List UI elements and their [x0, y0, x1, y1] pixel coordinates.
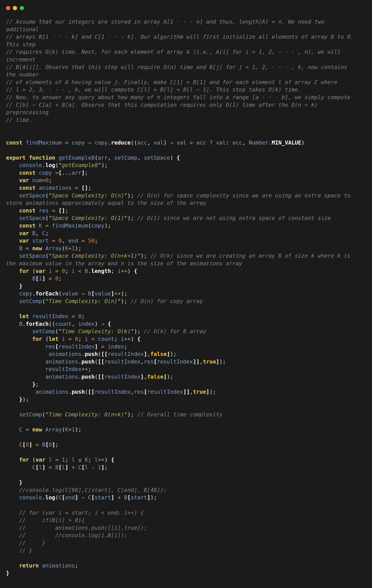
- code-token: [[: [88, 388, 95, 395]
- code-token: preprocessing: [6, 109, 49, 116]
- code-token: res: [39, 207, 49, 214]
- code-token: [6, 358, 45, 365]
- code-token: B: [19, 245, 22, 252]
- code-token: length: [91, 268, 111, 274]
- code-token: (: [42, 298, 45, 304]
- code-token: ": [137, 252, 140, 259]
- code-token: (: [58, 290, 62, 297]
- code-token: [6, 374, 45, 380]
- code-token: push: [72, 388, 85, 395]
- code-token: C: [19, 426, 22, 433]
- code-token: []: [58, 207, 65, 214]
- code-line: // requires O(k) time. Next, for each el…: [6, 48, 369, 56]
- code-token: ++: [81, 366, 88, 372]
- code-token: [55, 207, 58, 214]
- code-line: B.forEach((count, index) ⇒ {: [6, 320, 369, 328]
- window-controls: [6, 6, 24, 10]
- code-token: [85, 139, 88, 146]
- code-token: setSpace: [144, 155, 170, 161]
- code-line: animations.push([[resultIndex,res[result…: [6, 358, 369, 366]
- code-token: ;: [49, 177, 52, 183]
- code-token: K: [39, 222, 42, 229]
- code-token: animations: [45, 358, 78, 365]
- code-token: [75, 268, 78, 274]
- code-token: ]: [111, 290, 114, 297]
- code-token: [6, 366, 45, 372]
- code-token: (: [88, 222, 91, 229]
- code-token: ;: [78, 336, 85, 342]
- code-token: .: [78, 358, 81, 365]
- code-token: reduce: [111, 139, 131, 146]
- code-token: (: [95, 155, 98, 161]
- code-token: [: [55, 343, 58, 350]
- code-token: export: [6, 155, 26, 161]
- code-token: (: [85, 388, 88, 395]
- code-token: );: [75, 426, 81, 433]
- code-token: [6, 162, 19, 168]
- code-token: ": [124, 192, 127, 199]
- code-token: [29, 313, 32, 319]
- code-token: 0: [58, 238, 62, 244]
- code-token: =: [26, 426, 29, 433]
- code-token: [6, 313, 19, 319]
- code-token: [6, 479, 19, 486]
- code-line: setSpace("Space Complexity: O(n)"); // O…: [6, 192, 369, 200]
- code-token: [78, 238, 81, 244]
- code-line: animations.push([[resultIndex],false]);: [6, 350, 369, 358]
- code-token: [114, 494, 117, 501]
- code-token: (: [29, 457, 35, 463]
- code-token: ;: [75, 562, 78, 569]
- code-token: =: [36, 441, 39, 448]
- code-token: ]: [29, 441, 32, 448]
- minimize-button-icon[interactable]: [13, 6, 17, 10]
- code-token: =: [55, 457, 58, 463]
- code-token: >: [190, 139, 193, 146]
- code-token: [6, 396, 19, 403]
- code-token: push: [85, 351, 98, 357]
- close-button-icon[interactable]: [6, 6, 10, 10]
- code-token: 1: [72, 245, 75, 252]
- code-token: ": [49, 215, 52, 221]
- code-token: .: [22, 321, 26, 327]
- maximize-button-icon[interactable]: [20, 6, 24, 10]
- code-token: resultIndex: [95, 388, 131, 395]
- code-token: [39, 562, 42, 569]
- code-token: }: [19, 479, 22, 486]
- code-token: ,: [137, 155, 144, 161]
- code-token: This step: [6, 41, 36, 48]
- code-token: ]: [95, 343, 98, 350]
- code-token: [72, 336, 75, 342]
- code-token: i: [85, 336, 88, 342]
- code-line: [6, 131, 369, 139]
- code-line: [6, 146, 369, 154]
- code-token: ,: [147, 351, 150, 357]
- code-token: (: [42, 411, 45, 418]
- code-token: [213, 139, 216, 146]
- code-line: setComp("Time Complexity: O(n)"); // O(n…: [6, 297, 369, 305]
- code-token: [78, 494, 81, 501]
- code-token: [36, 222, 39, 229]
- code-token: setComp: [32, 328, 55, 335]
- code-token: 0: [75, 336, 78, 342]
- code-token: B: [32, 230, 36, 236]
- code-line: }: [6, 479, 369, 486]
- code-token: [42, 426, 45, 433]
- code-token: =: [49, 464, 52, 471]
- code-token: ): [95, 321, 101, 327]
- code-line: return animations;: [6, 562, 369, 569]
- code-token: [6, 207, 19, 214]
- code-token: .: [268, 139, 272, 146]
- code-token: ,: [147, 139, 154, 146]
- code-token: ;: [65, 457, 72, 463]
- code-token: [6, 185, 19, 191]
- code-token: var: [19, 230, 29, 236]
- code-token: [6, 290, 19, 297]
- code-token: l: [62, 464, 65, 471]
- code-token: console: [19, 162, 42, 168]
- code-token: (: [29, 268, 35, 274]
- code-token: [91, 139, 95, 146]
- code-token: // of elements of A having value j. Fina…: [6, 79, 337, 85]
- code-line: // for (var i = start; i < end; i++) {: [6, 509, 369, 517]
- code-line: B[i] = 0;: [6, 275, 369, 282]
- code-token: (: [62, 245, 65, 252]
